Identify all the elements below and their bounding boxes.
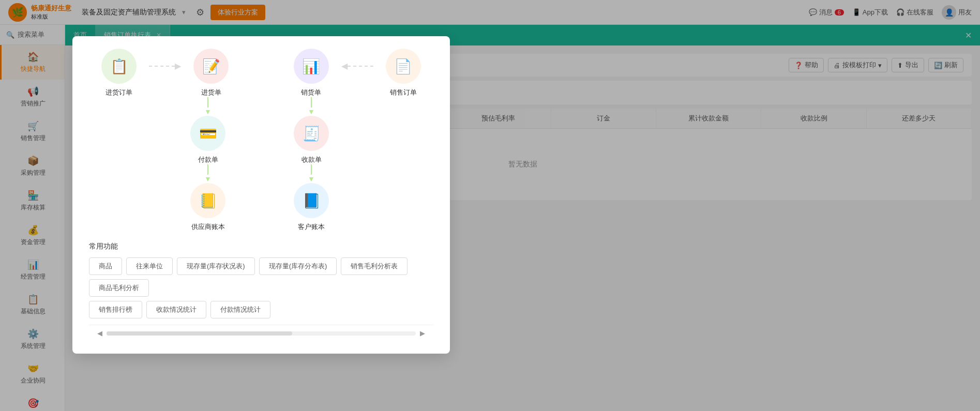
function-buttons-row2: 销售排行榜 收款情况统计 付款情况统计 (89, 301, 433, 318)
flow-node-sales-order[interactable]: 📄 销售订单 (373, 49, 433, 97)
scroll-bar: ◀ ▶ (89, 325, 433, 341)
flow-node-supplier-ledger[interactable]: 📒 供应商账本 (177, 183, 239, 232)
scroll-thumb[interactable] (107, 331, 292, 336)
flow-node-payment-bill[interactable]: 💳 付款单 (177, 116, 239, 164)
func-btn-sales-profit[interactable]: 销售毛利分析表 (341, 257, 408, 275)
function-buttons-row: 商品 往来单位 现存量(库存状况表) 现存量(库存分布表) 销售毛利分析表 商品… (89, 257, 433, 297)
scroll-track[interactable] (107, 331, 416, 336)
func-btn-partner[interactable]: 往来单位 (126, 257, 173, 275)
flow-node-sales-bill[interactable]: 📊 销货单 (281, 49, 341, 97)
customer-ledger-icon: 📘 (294, 183, 329, 218)
func-btn-product-profit[interactable]: 商品毛利分析 (89, 279, 149, 297)
func-btn-product[interactable]: 商品 (89, 257, 122, 275)
common-functions: 常用功能 商品 往来单位 现存量(库存状况表) 现存量(库存分布表) 销售毛利分… (89, 242, 433, 318)
func-btn-receipt-stats[interactable]: 收款情况统计 (146, 301, 206, 318)
flow-node-purchase-bill[interactable]: 📝 进货单 (181, 49, 241, 97)
flow-node-customer-ledger[interactable]: 📘 客户账本 (280, 183, 342, 232)
quick-nav-modal: 📋 进货订单 ▶ 📝 进货单 (72, 36, 450, 354)
supplier-ledger-icon: 📒 (190, 183, 225, 218)
payment-bill-icon: 💳 (190, 116, 225, 151)
scroll-right-arrow[interactable]: ▶ (420, 329, 425, 337)
purchase-bill-icon: 📝 (193, 49, 229, 84)
purchase-order-icon: 📋 (101, 49, 137, 84)
func-btn-sales-ranking[interactable]: 销售排行榜 (89, 301, 142, 318)
sales-order-icon: 📄 (386, 49, 421, 84)
receipt-bill-icon: 🧾 (294, 116, 329, 151)
flow-node-receipt-bill[interactable]: 🧾 收款单 (280, 116, 342, 164)
func-btn-payment-stats[interactable]: 付款情况统计 (210, 301, 270, 318)
flow-node-purchase-order[interactable]: 📋 进货订单 (89, 49, 149, 97)
func-btn-stock-dist[interactable]: 现存量(库存分布表) (259, 257, 337, 275)
sales-bill-icon: 📊 (294, 49, 329, 84)
func-btn-stock-status[interactable]: 现存量(库存状况表) (177, 257, 255, 275)
modal-overlay[interactable]: 📋 进货订单 ▶ 📝 进货单 (0, 0, 980, 411)
scroll-left-arrow[interactable]: ◀ (97, 329, 102, 337)
